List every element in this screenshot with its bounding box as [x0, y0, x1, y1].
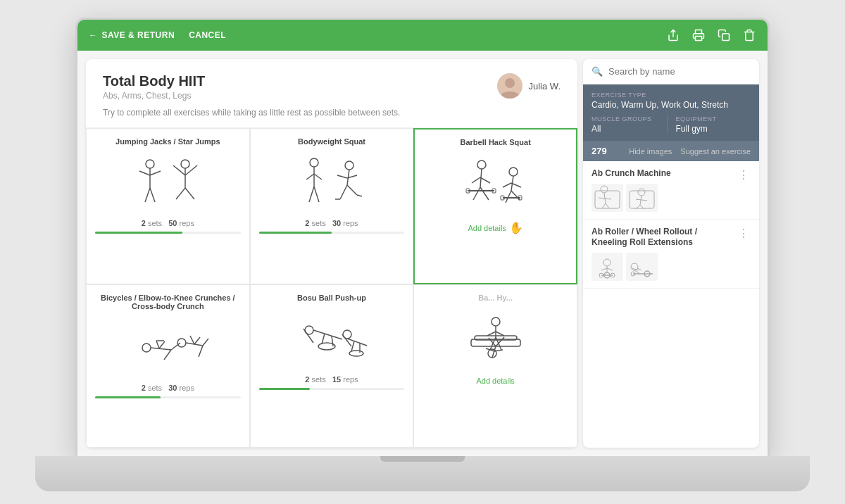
- delete-icon[interactable]: [742, 28, 756, 42]
- count-actions: Hide images Suggest an exercise: [629, 147, 751, 156]
- svg-line-70: [351, 341, 354, 351]
- search-input[interactable]: [608, 66, 751, 77]
- toolbar-left: ← SAVE & RETURN CANCEL: [89, 30, 666, 40]
- workout-title-row: Total Body HIIT Abs, Arms, Chest, Legs: [103, 73, 561, 101]
- svg-point-5: [146, 160, 154, 168]
- svg-point-104: [603, 259, 611, 266]
- exercise-sets: 2 sets 30 reps: [305, 219, 358, 227]
- filter-muscle-groups: MUSCLE GROUPS All: [592, 115, 667, 134]
- exercise-list-images: [592, 184, 731, 212]
- exercise-illustration: [423, 308, 568, 371]
- svg-line-21: [309, 187, 314, 202]
- exercise-list-title: Ab Crunch Machine: [592, 168, 731, 179]
- workout-header: Total Body HIIT Abs, Arms, Chest, Legs: [86, 59, 577, 128]
- main-content: Total Body HIIT Abs, Arms, Chest, Legs: [77, 51, 768, 456]
- svg-line-63: [313, 330, 342, 339]
- list-item-ab-crunch-machine[interactable]: Ab Crunch Machine: [583, 161, 759, 220]
- cancel-button[interactable]: CANCEL: [189, 30, 226, 40]
- exercise-more-button[interactable]: ⋮: [737, 227, 751, 240]
- svg-point-17: [310, 158, 318, 167]
- svg-line-15: [176, 188, 185, 199]
- svg-rect-94: [630, 191, 654, 208]
- equipment-value: Full gym: [676, 124, 751, 134]
- svg-line-20: [314, 174, 322, 179]
- svg-line-13: [173, 165, 185, 175]
- svg-line-30: [357, 195, 362, 196]
- svg-line-61: [203, 339, 208, 346]
- laptop-base: [35, 456, 810, 491]
- svg-line-33: [472, 177, 480, 183]
- exercise-card-title: Barbell Hack Squat: [423, 138, 568, 146]
- exercise-sets: 2 sets 15 reps: [305, 375, 358, 384]
- search-icon: 🔍: [592, 66, 603, 77]
- exercise-illustration: [423, 152, 568, 215]
- svg-line-92: [602, 203, 606, 208]
- svg-line-58: [190, 336, 194, 344]
- toolbar: ← SAVE & RETURN CANCEL: [77, 20, 768, 51]
- exercise-more-button[interactable]: ⋮: [737, 168, 751, 182]
- laptop-wrapper: ← SAVE & RETURN CANCEL: [35, 13, 810, 491]
- sets-num: 2: [142, 219, 146, 227]
- reps-num: 50: [168, 219, 177, 227]
- svg-line-106: [601, 268, 607, 270]
- svg-line-44: [506, 191, 511, 203]
- save-return-button[interactable]: ← SAVE & RETURN: [89, 30, 175, 40]
- exercise-illustration: [95, 316, 241, 379]
- exercise-card-title: Bosu Ball Push-up: [259, 294, 405, 302]
- svg-line-73: [342, 334, 351, 346]
- svg-line-42: [503, 183, 511, 187]
- svg-line-65: [332, 336, 333, 346]
- svg-point-11: [181, 160, 189, 168]
- exercise-list-item-content: Ab Crunch Machine: [592, 168, 731, 212]
- svg-rect-2: [722, 34, 730, 41]
- exercise-type-value: Cardio, Warm Up, Work Out, Stretch: [592, 100, 751, 110]
- exercise-list-img-1: [592, 184, 623, 212]
- filter-equipment: EQUIPMENT Full gym: [667, 115, 751, 134]
- exercise-illustration: [259, 308, 405, 371]
- exercise-card-title: Bicycles / Elbow-to-Knee Crunches / Cros…: [95, 294, 241, 310]
- exercise-list-img-2: [626, 184, 658, 212]
- trainer-name: Julia W.: [528, 81, 561, 92]
- hide-images-button[interactable]: Hide images: [629, 147, 672, 156]
- svg-line-9: [145, 188, 150, 202]
- svg-point-72: [349, 351, 363, 356]
- share-icon[interactable]: [666, 28, 680, 42]
- exercise-card-title: Jumping Jacks / Star Jumps: [95, 137, 241, 146]
- exercise-list-images: [592, 253, 731, 281]
- svg-point-89: [601, 186, 608, 193]
- equipment-label: EQUIPMENT: [676, 115, 751, 122]
- svg-line-25: [337, 175, 347, 178]
- svg-point-95: [638, 189, 645, 196]
- add-details-button-2[interactable]: Add details: [476, 377, 514, 385]
- svg-line-53: [164, 350, 171, 360]
- exercise-illustration: [259, 151, 405, 215]
- exercise-type-label: EXERCISE TYPE: [592, 92, 751, 99]
- svg-line-7: [139, 171, 150, 175]
- print-icon[interactable]: [691, 28, 706, 42]
- exercise-card-title: Ba... Hy...: [423, 294, 568, 302]
- muscle-groups-label: MUSCLE GROUPS: [592, 115, 667, 122]
- list-item-ab-roller[interactable]: Ab Roller / Wheel Rollout / Kneeling Rol…: [583, 220, 759, 289]
- svg-line-34: [480, 177, 490, 183]
- exercise-sets: 2 sets 30 reps: [142, 384, 194, 392]
- svg-line-79: [496, 332, 504, 336]
- exercise-list-title: Ab Roller / Wheel Rollout / Kneeling Rol…: [592, 227, 731, 248]
- exercise-grid: Jumping Jacks / Star Jumps: [86, 128, 577, 448]
- search-bar: 🔍: [583, 59, 759, 84]
- duplicate-icon[interactable]: [717, 28, 731, 42]
- svg-line-78: [487, 332, 496, 336]
- toolbar-right: [666, 28, 756, 42]
- exercise-card-barbell-hack-squat: Barbell Hack Squat: [413, 128, 577, 284]
- add-details-button[interactable]: Add details ✋: [468, 221, 522, 234]
- workout-description: Try to complete all exercises while taki…: [103, 108, 561, 118]
- exercise-browser: 🔍 EXERCISE TYPE Cardio, Warm Up, Work Ou…: [583, 59, 759, 448]
- progress-bar: [259, 388, 310, 390]
- svg-point-49: [142, 344, 151, 352]
- svg-line-22: [314, 187, 319, 202]
- back-arrow-icon: ←: [89, 30, 98, 40]
- svg-line-27: [340, 185, 347, 199]
- exercise-card-bar-hyper: Ba... Hy...: [413, 284, 577, 448]
- svg-line-52: [159, 341, 165, 348]
- suggest-exercise-button[interactable]: Suggest an exercise: [680, 147, 751, 156]
- svg-line-36: [480, 187, 489, 200]
